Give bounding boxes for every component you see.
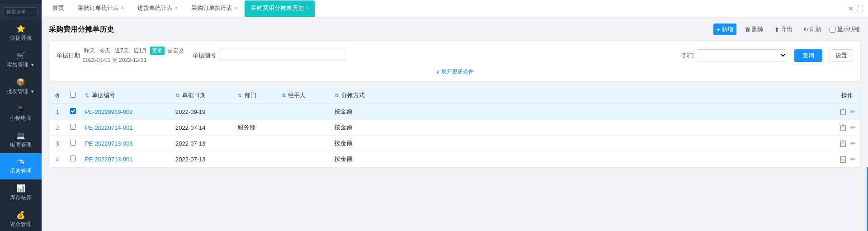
edit-op-icon[interactable]: ✏ — [850, 156, 856, 163]
tab-label: 采购订单执行表 — [191, 4, 232, 12]
sidebar-item-wholesale[interactable]: 📦 批发管理 ▼ — [0, 73, 42, 100]
doc-num-link[interactable]: PE-20220713-001 — [85, 156, 133, 163]
table-row: 1 PE-20220919-002 2022-09-19 按金额 📋 ✏ — [49, 104, 860, 120]
sidebar-item-inventory[interactable]: 📊 库存核算 — [0, 179, 42, 206]
sidebar-item-mini-shop[interactable]: 📱 小畅电商 — [0, 100, 42, 127]
shortcut-today[interactable]: 今天 — [98, 47, 112, 55]
view-op-icon[interactable]: 📋 — [839, 156, 847, 163]
doc-num-link[interactable]: PE-20220713-003 — [85, 140, 133, 147]
tab-purchase-order-stats[interactable]: 采购订单统计表 × — [71, 0, 130, 17]
row-checkbox[interactable] — [70, 108, 76, 114]
doc-num-link[interactable]: PE-20220919-002 — [85, 108, 133, 115]
split-method-cell: 按金额 — [330, 120, 816, 136]
tab-home[interactable]: 首页 — [46, 0, 71, 17]
edit-op-icon[interactable]: ✏ — [850, 140, 856, 147]
view-op-icon[interactable]: 📋 — [839, 140, 847, 147]
ops-cell: 📋 ✏ — [816, 120, 860, 136]
split-method-cell: 按金额 — [330, 104, 816, 120]
sidebar-item-purchase[interactable]: 🛍 采购管理 — [0, 153, 42, 179]
table-header-row: ⚙ ⇅ 单据编号 ⇅ 单据日期 ⇅ — [49, 87, 860, 104]
query-button[interactable]: 查询 — [794, 49, 822, 62]
table-row: 3 PE-20220713-003 2022-07-13 按金额 📋 ✏ — [49, 136, 860, 151]
view-op-icon[interactable]: 📋 — [839, 108, 847, 115]
col-header-split-method[interactable]: ⇅ 分摊方式 — [330, 87, 816, 104]
date-shortcut-row: 昨天 今天 近7天 近1月 更多 自定义 — [83, 47, 185, 55]
row-checkbox[interactable] — [70, 124, 76, 130]
sort-icon: ⇅ — [238, 93, 242, 98]
doc-num-link[interactable]: PE-20220714-001 — [85, 124, 133, 131]
settings-button[interactable]: 设置 — [830, 49, 853, 62]
col-header-dept[interactable]: ⇅ 部门 — [233, 87, 277, 104]
sidebar-item-label: 零售管理 — [7, 61, 28, 68]
doc-date-cell: 2022-09-19 — [171, 104, 233, 120]
refresh-button[interactable]: ↻ 刷新 — [801, 24, 824, 35]
sidebar-item-label: 采购管理 — [10, 168, 32, 174]
view-op-icon[interactable]: 📋 — [839, 124, 847, 131]
row-checkbox-cell — [66, 104, 80, 120]
main-area: 首页 采购订单统计表 × 进货单统计表 × 采购订单执行表 × 采购费用分摊单历… — [42, 0, 868, 231]
shortcut-more[interactable]: 更多 — [150, 47, 165, 55]
sidebar-item-label: 库存核算 — [10, 194, 32, 201]
handler-cell — [277, 136, 330, 151]
table-body: 1 PE-20220919-002 2022-09-19 按金额 📋 ✏ 2 P… — [49, 104, 860, 167]
tab-close-icon[interactable]: × — [306, 5, 309, 10]
sort-icon: ⇅ — [282, 93, 286, 98]
date-label: 单据日期 — [57, 52, 80, 60]
refresh-icon: ↻ — [803, 26, 808, 33]
sidebar-item-ecommerce[interactable]: 💻 电商管理 — [0, 127, 42, 153]
search-menu-input[interactable] — [4, 7, 38, 16]
show-cols-toggle[interactable]: 显示明细 — [830, 25, 861, 33]
expand-more-btn[interactable]: ∨ 展开更多条件 — [436, 68, 474, 75]
tab-purchase-order-exec[interactable]: 采购订单执行表 × — [185, 0, 244, 17]
tab-close-icon[interactable]: × — [121, 5, 124, 10]
data-table: ⚙ ⇅ 单据编号 ⇅ 单据日期 ⇅ — [49, 87, 860, 167]
add-label: 新增 — [722, 25, 733, 33]
fullscreen-icon[interactable]: ⛶ — [857, 5, 863, 12]
expand-row: ∨ 展开更多条件 — [57, 68, 853, 75]
doc-num-search-field: 单据编号 — [193, 50, 675, 61]
tab-purchase-goods-stats[interactable]: 进货单统计表 × — [131, 0, 184, 17]
delete-button[interactable]: 🗑 删除 — [742, 24, 766, 35]
sidebar-item-finance[interactable]: 💰 资金管理 — [0, 206, 42, 231]
doc-date-cell: 2022-07-13 — [171, 136, 233, 151]
col-header-setting[interactable]: ⚙ — [49, 87, 66, 104]
export-button[interactable]: ⬆ 导出 — [772, 24, 795, 35]
close-all-tabs-icon[interactable]: ✕ — [848, 5, 854, 12]
edit-op-icon[interactable]: ✏ — [850, 108, 856, 115]
handler-cell — [277, 151, 330, 167]
dept-select[interactable]: 财务部 — [697, 49, 787, 61]
row-checkbox[interactable] — [70, 140, 76, 146]
tab-purchase-cost-history[interactable]: 采购费用分摊单历史 × — [245, 0, 315, 17]
shortcut-yesterday[interactable]: 昨天 — [83, 47, 96, 55]
shortcut-7days[interactable]: 近7天 — [113, 47, 130, 55]
sidebar-item-quick-nav[interactable]: ⭐ 快捷导航 — [0, 20, 42, 47]
tab-close-icon[interactable]: × — [235, 5, 237, 10]
doc-num-label: 单据编号 — [193, 52, 216, 60]
row-num-cell: 3 — [49, 136, 66, 151]
edit-op-icon[interactable]: ✏ — [850, 124, 856, 131]
table-row: 4 PE-20220713-001 2022-07-13 按金额 📋 ✏ — [49, 151, 860, 167]
show-cols-checkbox[interactable] — [830, 27, 835, 33]
sidebar: ⭐ 快捷导航 🛒 零售管理 ▼ 📦 批发管理 ▼ 📱 小畅电商 💻 电商管理 🛍… — [0, 0, 42, 231]
mini-shop-icon: 📱 — [2, 104, 40, 113]
header-actions: + 新增 🗑 删除 ⬆ 导出 ↻ 刷新 显示明细 — [713, 24, 861, 35]
row-checkbox-cell — [66, 151, 80, 167]
shortcut-custom[interactable]: 自定义 — [166, 47, 185, 55]
split-method-cell: 按金额 — [330, 151, 816, 167]
doc-num-cell: PE-20220714-001 — [80, 120, 171, 136]
doc-num-input[interactable] — [219, 50, 345, 61]
delete-icon: 🗑 — [745, 26, 750, 33]
col-header-handler[interactable]: ⇅ 经手人 — [277, 87, 330, 104]
select-all-checkbox[interactable] — [70, 92, 76, 98]
tab-close-icon[interactable]: × — [175, 5, 178, 10]
dept-cell — [233, 151, 277, 167]
shortcut-1month[interactable]: 近1月 — [132, 47, 149, 55]
col-header-doc-date[interactable]: ⇅ 单据日期 — [171, 87, 233, 104]
tab-bar: 首页 采购订单统计表 × 进货单统计表 × 采购订单执行表 × 采购费用分摊单历… — [42, 0, 868, 17]
col-header-doc-num[interactable]: ⇅ 单据编号 — [80, 87, 171, 104]
add-button[interactable]: + 新增 — [713, 24, 736, 35]
sort-icon: ⇅ — [335, 93, 339, 98]
delete-label: 删除 — [752, 25, 764, 33]
row-checkbox[interactable] — [70, 156, 76, 161]
sidebar-item-retail[interactable]: 🛒 零售管理 ▼ — [0, 47, 42, 73]
